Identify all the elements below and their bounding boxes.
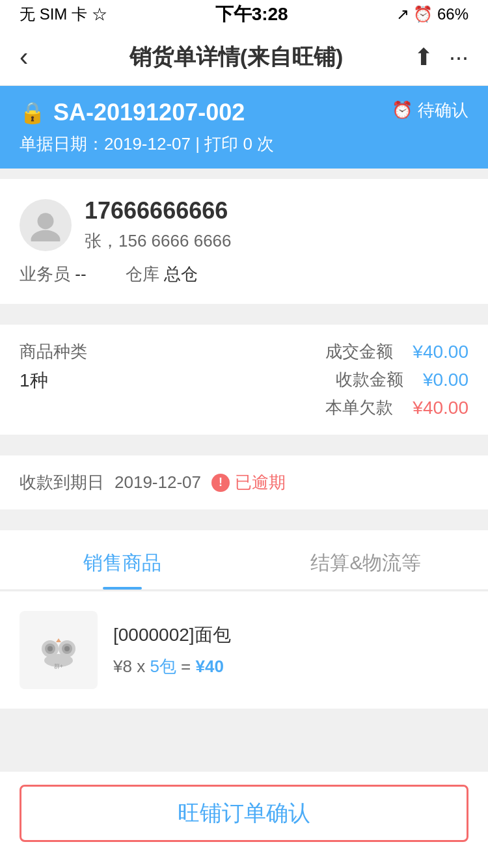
due-date-section: 收款到期日 2019-12-07 ! 已逾期 bbox=[0, 455, 488, 509]
order-id: SA-20191207-002 bbox=[53, 99, 245, 126]
order-banner: 🔒 SA-20191207-002 单据日期：2019-12-07 | 打印 0… bbox=[0, 86, 488, 169]
order-status: ⏰ 待确认 bbox=[392, 99, 468, 122]
amount-row-0: 成交金额 ¥40.00 bbox=[325, 340, 468, 363]
back-button[interactable]: ‹ bbox=[20, 42, 59, 72]
amount-value-1: ¥0.00 bbox=[423, 370, 468, 390]
order-id-row: 🔒 SA-20191207-002 bbox=[20, 99, 274, 126]
summary-left: 商品种类 1种 bbox=[20, 340, 87, 393]
overdue-badge: ! 已逾期 bbox=[211, 471, 286, 494]
svg-point-7 bbox=[64, 646, 70, 651]
customer-phone: 17666666666 bbox=[85, 197, 232, 224]
customer-meta: 业务员 -- 仓库 总仓 bbox=[20, 263, 468, 286]
amount-label-2: 本单欠款 bbox=[325, 396, 393, 419]
status-text: 待确认 bbox=[418, 99, 468, 122]
clock-icon: ⏰ bbox=[392, 100, 413, 120]
equals: = bbox=[176, 657, 196, 676]
status-right: ↗ ⏰ 66% bbox=[396, 5, 468, 23]
signal-icons: ↗ ⏰ 66% bbox=[396, 5, 468, 23]
amount-label-0: 成交金额 bbox=[325, 340, 393, 363]
more-icon[interactable]: ··· bbox=[449, 44, 468, 71]
page-title: 销货单详情(来自旺铺) bbox=[129, 42, 344, 72]
order-icon: 🔒 bbox=[20, 100, 46, 125]
svg-text:群+: 群+ bbox=[54, 663, 63, 670]
due-date-label: 收款到期日 bbox=[20, 471, 104, 494]
bottom-action-bar: 旺铺订单确认 bbox=[0, 772, 488, 868]
customer-row: 17666666666 张，156 6666 6666 bbox=[20, 197, 468, 252]
customer-card: 17666666666 张，156 6666 6666 业务员 -- 仓库 总仓 bbox=[0, 179, 488, 304]
share-icon[interactable]: ⬆︎ bbox=[414, 44, 433, 71]
warehouse-value: 总仓 bbox=[164, 264, 198, 284]
status-left: 无 SIM 卡 ☆ bbox=[20, 4, 107, 25]
overdue-text: 已逾期 bbox=[235, 471, 286, 494]
summary-right: 成交金额 ¥40.00 收款金额 ¥0.00 本单欠款 ¥40.00 bbox=[325, 340, 468, 419]
svg-point-6 bbox=[47, 646, 53, 651]
divider-2 bbox=[0, 435, 488, 445]
svg-point-0 bbox=[38, 213, 54, 229]
order-date: 单据日期：2019-12-07 | 打印 0 次 bbox=[20, 133, 274, 156]
summary-section: 商品种类 1种 成交金额 ¥40.00 收款金额 ¥0.00 本单欠款 ¥40.… bbox=[0, 325, 488, 435]
category-label: 商品种类 bbox=[20, 340, 87, 363]
amount-value-0: ¥40.00 bbox=[413, 342, 468, 362]
customer-name: 张，156 6666 6666 bbox=[85, 230, 232, 252]
due-date-value: 2019-12-07 bbox=[115, 472, 201, 493]
divider-3 bbox=[0, 509, 488, 520]
salesperson-field: 业务员 -- bbox=[20, 263, 87, 286]
confirm-button[interactable]: 旺铺订单确认 bbox=[20, 785, 468, 842]
overdue-icon: ! bbox=[211, 474, 230, 492]
warehouse-field: 仓库 总仓 bbox=[126, 263, 198, 286]
sim-status: 无 SIM 卡 ☆ bbox=[20, 4, 107, 25]
product-image: 群+ bbox=[20, 611, 98, 689]
product-item: 群+ [0000002]面包 ¥8 x 5包 = ¥40 bbox=[0, 591, 488, 709]
product-info: [0000002]面包 ¥8 x 5包 = ¥40 bbox=[113, 623, 468, 678]
total-price: ¥40 bbox=[195, 657, 223, 676]
tab-label-1: 结算&物流等 bbox=[310, 552, 421, 573]
amount-label-1: 收款金额 bbox=[336, 368, 403, 391]
amount-row-2: 本单欠款 ¥40.00 bbox=[325, 396, 468, 419]
product-name: [0000002]面包 bbox=[113, 623, 468, 647]
product-list: 群+ [0000002]面包 ¥8 x 5包 = ¥40 bbox=[0, 591, 488, 709]
nav-bar: ‹ 销货单详情(来自旺铺) ⬆︎ ··· bbox=[0, 29, 488, 86]
quantity: 5包 bbox=[150, 657, 176, 676]
tab-label-0: 销售商品 bbox=[83, 552, 161, 573]
price-formula: ¥8 x bbox=[113, 657, 150, 676]
customer-avatar bbox=[20, 199, 72, 251]
category-value: 1种 bbox=[20, 368, 87, 393]
status-time: 下午3:28 bbox=[215, 2, 288, 27]
svg-marker-9 bbox=[56, 638, 61, 642]
product-price: ¥8 x 5包 = ¥40 bbox=[113, 655, 468, 678]
svg-point-1 bbox=[31, 230, 61, 241]
amount-row-1: 收款金额 ¥0.00 bbox=[336, 368, 468, 391]
amount-value-2: ¥40.00 bbox=[413, 398, 468, 418]
tab-bar: 销售商品 结算&物流等 bbox=[0, 530, 488, 590]
divider-1 bbox=[0, 304, 488, 314]
customer-details: 17666666666 张，156 6666 6666 bbox=[85, 197, 232, 252]
tab-sales-products[interactable]: 销售商品 bbox=[0, 530, 244, 590]
nav-actions: ⬆︎ ··· bbox=[414, 44, 468, 71]
salesperson-value: -- bbox=[75, 264, 86, 284]
tab-settlement[interactable]: 结算&物流等 bbox=[244, 530, 488, 590]
status-bar: 无 SIM 卡 ☆ 下午3:28 ↗ ⏰ 66% bbox=[0, 0, 488, 29]
